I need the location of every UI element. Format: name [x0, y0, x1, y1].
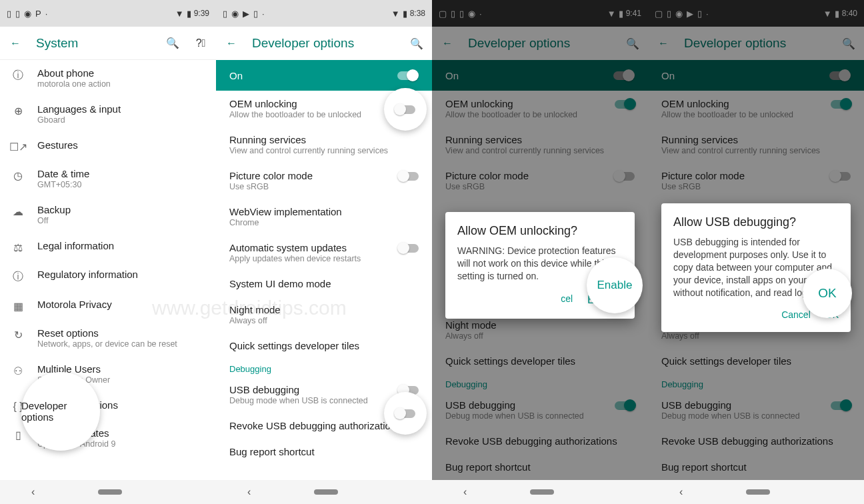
row-sub: Always off	[229, 316, 420, 325]
row-title: Motorola Privacy	[37, 299, 205, 310]
nav-home-icon[interactable]	[530, 489, 554, 495]
row-sub: Debug mode when USB is connected	[229, 396, 385, 405]
search-icon[interactable]: 🔍	[409, 36, 424, 51]
nav-back-icon[interactable]: ‹	[463, 486, 467, 498]
cancel-button[interactable]: cel	[561, 293, 573, 307]
nav-home-icon[interactable]	[98, 489, 122, 495]
row-reset[interactable]: ↻Reset optionsNetwork, apps, or device c…	[0, 320, 216, 356]
navbar: ‹	[0, 480, 216, 504]
row-sub: Off	[37, 216, 205, 225]
info-icon: ⓘ	[11, 269, 25, 284]
restore-icon: ↻	[11, 327, 25, 341]
row-qs-tiles[interactable]: Quick settings developer tiles	[216, 333, 432, 359]
back-icon[interactable]: ←	[224, 36, 239, 51]
row-legal[interactable]: ⚖Legal information	[0, 233, 216, 261]
row-gestures[interactable]: ☐↗Gestures	[0, 132, 216, 161]
row-running-services[interactable]: Running servicesView and control current…	[216, 127, 432, 163]
wifi-icon: ▼	[175, 9, 184, 19]
row-sub: GMT+05:30	[37, 180, 205, 189]
status-icon: ▯	[253, 9, 258, 19]
section-debugging: Debugging	[216, 359, 432, 377]
row-sub: Chrome	[229, 218, 420, 227]
globe-icon: ⊕	[11, 103, 25, 117]
statusbar: ▯▯◉P· ▼▮9:39	[0, 0, 216, 27]
row-title: Languages & input	[37, 103, 205, 115]
row-sub: motorola one action	[37, 79, 205, 89]
row-webview[interactable]: WebView implementationChrome	[216, 199, 432, 235]
dialog-title: Allow OEM unlocking?	[457, 224, 623, 238]
row-about-phone[interactable]: ⓘAbout phonemotorola one action	[0, 60, 216, 96]
row-title: Automatic system updates	[229, 242, 385, 253]
nav-home-icon[interactable]	[746, 489, 770, 495]
highlight-label: OK	[818, 286, 836, 301]
row-sub: Use sRGB	[229, 182, 385, 191]
navbar: ‹	[216, 480, 432, 504]
row-languages[interactable]: ⊕Languages & inputGboard	[0, 96, 216, 132]
row-title: Backup	[37, 204, 205, 215]
cloud-icon: ☁	[11, 204, 25, 218]
row-title: Night mode	[229, 304, 420, 315]
clock-icon: ◷	[11, 168, 25, 182]
highlight-ok: OK	[803, 269, 852, 318]
row-privacy[interactable]: ▦Motorola Privacy	[0, 291, 216, 320]
play-icon: ▶	[243, 9, 249, 19]
appbar: ← Developer options 🔍	[216, 27, 432, 60]
dialog-title: Allow USB debugging?	[673, 215, 839, 229]
container: ▯▯◉P· ▼▮9:39 ← System 🔍 ?⃝ ⓘAbout phonem…	[0, 0, 864, 504]
screen-system: ▯▯◉P· ▼▮9:39 ← System 🔍 ?⃝ ⓘAbout phonem…	[0, 0, 216, 504]
row-sub: Apply updates when device restarts	[229, 254, 385, 263]
dot-icon: ·	[45, 9, 48, 19]
row-title: Picture color mode	[229, 170, 385, 181]
highlight-label: Developer options	[21, 400, 100, 423]
search-icon[interactable]: 🔍	[165, 36, 180, 51]
auto-switch[interactable]	[397, 242, 420, 254]
row-title: USB debugging	[229, 384, 385, 395]
navbar: ‹	[648, 480, 864, 504]
legal-icon: ⚖	[11, 240, 25, 254]
screen-oem-dialog: ▢▯▯◉· ▼▮9:41 ← Developer options 🔍 On OE…	[432, 0, 648, 504]
row-night-mode[interactable]: Night modeAlways off	[216, 297, 432, 333]
help-icon[interactable]: ?⃝	[193, 36, 208, 51]
time-text: 9:39	[194, 9, 209, 18]
nav-home-icon[interactable]	[314, 489, 338, 495]
appbar: ← System 🔍 ?⃝	[0, 27, 216, 60]
row-backup[interactable]: ☁BackupOff	[0, 197, 216, 233]
back-icon[interactable]: ←	[8, 36, 23, 51]
row-title: System UI demo mode	[229, 278, 420, 289]
master-toggle[interactable]: On	[216, 60, 432, 91]
status-icon: ▯	[223, 9, 227, 19]
shield-icon: ◉	[231, 9, 239, 19]
master-switch[interactable]	[396, 69, 419, 81]
wifi-icon: ▼	[391, 9, 400, 19]
nav-back-icon[interactable]: ‹	[31, 486, 35, 498]
row-sub: Allow the bootloader to be unlocked	[229, 110, 385, 119]
screen-dev-options-1: ▯◉▶▯· ▼▮8:38 ← Developer options 🔍 On OE…	[216, 0, 432, 504]
info-icon: ⓘ	[11, 67, 25, 83]
cancel-button[interactable]: Cancel	[781, 309, 811, 320]
page-title: System	[36, 36, 152, 51]
nav-back-icon[interactable]: ‹	[679, 486, 683, 498]
shield-icon: ◉	[24, 9, 31, 19]
nav-back-icon[interactable]: ‹	[247, 486, 251, 498]
battery-icon: ▮	[187, 9, 191, 19]
row-title: OEM unlocking	[229, 98, 385, 109]
row-auto-updates[interactable]: Automatic system updatesApply updates wh…	[216, 235, 432, 271]
row-title: Date & time	[37, 168, 205, 179]
row-datetime[interactable]: ◷Date & timeGMT+05:30	[0, 161, 216, 197]
person-icon: ⚇	[11, 363, 25, 377]
dot-icon: ·	[262, 9, 265, 19]
row-title: WebView implementation	[229, 206, 420, 217]
status-icon: P	[35, 9, 41, 19]
row-picture-color[interactable]: Picture color modeUse sRGB	[216, 163, 432, 199]
row-regulatory[interactable]: ⓘRegulatory information	[0, 261, 216, 291]
row-title: Gestures	[37, 139, 205, 151]
row-title: Bug report shortcut	[229, 446, 420, 457]
color-switch[interactable]	[397, 170, 420, 182]
row-bugreport[interactable]: Bug report shortcut	[216, 439, 432, 465]
status-icon: ▯	[7, 9, 11, 19]
gesture-icon: ☐↗	[11, 139, 25, 153]
row-sysui-demo[interactable]: System UI demo mode	[216, 271, 432, 297]
row-title: Reset options	[37, 327, 205, 339]
highlight-usb-switch	[384, 392, 427, 435]
page-title: Developer options	[252, 36, 396, 51]
